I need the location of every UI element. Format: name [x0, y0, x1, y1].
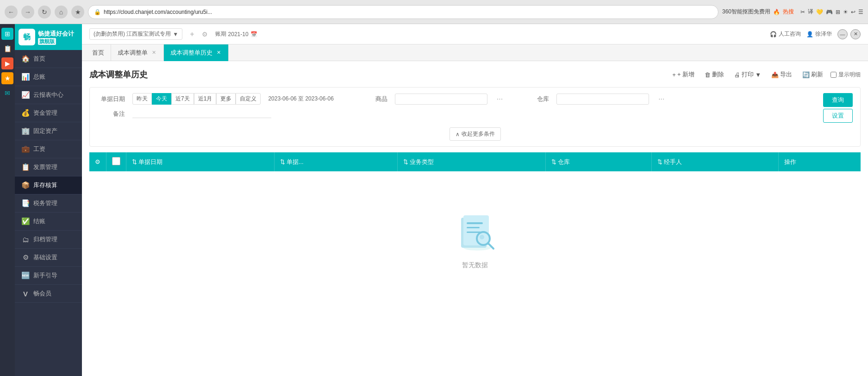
bookmark-button[interactable]: ★ [71, 6, 84, 19]
date-tab-yesterday[interactable]: 昨天 [132, 93, 152, 105]
sidebar-item-ledger[interactable]: 📊 总账 [15, 68, 82, 86]
print-button[interactable]: 🖨 打印 ▼ [731, 69, 764, 81]
date-filter-label: 单据日期 [97, 95, 125, 103]
goods-filter-label: 商品 [360, 95, 387, 103]
export-label: 导出 [780, 70, 792, 79]
invoice-icon: 📋 [21, 163, 30, 171]
th-checkbox[interactable] [106, 152, 126, 171]
collapse-button[interactable]: ∧ 收起更多条件 [450, 127, 501, 141]
sidebar-label-member: 畅会员 [33, 289, 51, 298]
theme-tool[interactable]: ☀ [843, 9, 848, 15]
export-button[interactable]: 📤 导出 [768, 69, 795, 81]
show-cols-checkbox-area[interactable]: 显示明细 [831, 71, 861, 79]
goods-more-button[interactable]: ··· [495, 95, 505, 103]
empty-icon [452, 208, 498, 255]
export-icon: 📤 [771, 71, 779, 78]
sidebar-logo: 畅 畅捷通好会计 旗舰版 [15, 24, 82, 50]
warehouse-filter-input[interactable] [556, 94, 649, 105]
sidebar-item-funds[interactable]: 💰 资金管理 [15, 104, 82, 122]
page-title: 成本调整单历史 [89, 69, 148, 80]
th-handler[interactable]: ⇅ 经手人 [651, 152, 778, 171]
strip-item-4[interactable]: ★ [1, 72, 13, 84]
refresh-browser-button[interactable]: ↻ [38, 6, 51, 19]
tab-cost-adjust-close[interactable]: ✕ [150, 50, 157, 56]
grid-tool[interactable]: ⊞ [836, 9, 840, 15]
sidebar-item-inventory[interactable]: 📦 库存核算 [15, 176, 82, 194]
strip-item-2[interactable]: 📋 [1, 43, 13, 55]
home-browser-button[interactable]: ⌂ [55, 6, 68, 19]
ledger-icon: 📊 [21, 73, 30, 81]
sidebar-item-closing[interactable]: ✅ 结账 [15, 213, 82, 231]
main-content: (勿删勿禁用) 江西服宝测试专用 ▼ + ⚙ 账期 2021-10 📅 🎧 人工… [82, 24, 868, 376]
tab-cost-adjust-history[interactable]: 成本调整单历史 ✕ [164, 44, 229, 61]
date-tab-today[interactable]: 今天 [152, 93, 171, 105]
company-selector[interactable]: (勿删勿禁用) 江西服宝测试专用 ▼ [89, 28, 182, 40]
sidebar-item-member[interactable]: V 畅会员 [15, 285, 82, 303]
sort-icon-biztype: ⇅ [403, 158, 408, 165]
remark-input[interactable] [132, 109, 271, 118]
date-range-display: 2023-06-06 至 2023-06-06 [268, 95, 333, 103]
goods-filter-input[interactable] [395, 94, 487, 105]
tab-cost-adjust[interactable]: 成本调整单 ✕ [111, 44, 164, 61]
service-area[interactable]: 🎧 人工咨询 [770, 30, 801, 38]
set-button[interactable]: 设置 [823, 109, 853, 123]
remark-row: 备注 [97, 109, 823, 118]
add-company-btn[interactable]: + [190, 30, 194, 38]
delete-button[interactable]: 🗑 删除 [702, 69, 727, 81]
strip-item-3[interactable]: ▶ [1, 57, 13, 69]
sort-icon-docno: ⇅ [280, 158, 285, 165]
th-settings[interactable]: ⚙ [89, 152, 106, 171]
sidebar-item-assets[interactable]: 🏢 固定资产 [15, 122, 82, 140]
sidebar-label-inventory: 库存核算 [33, 181, 57, 189]
game-tool[interactable]: 🎮 [826, 9, 833, 15]
sidebar-item-home[interactable]: 🏠 首页 [15, 50, 82, 68]
back-button[interactable]: ← [5, 6, 18, 19]
add-button[interactable]: + + 新增 [669, 69, 697, 81]
period-label: 账期 [215, 30, 226, 38]
sidebar-item-payroll[interactable]: 💼 工资 [15, 140, 82, 158]
sidebar-label-payroll: 工资 [33, 145, 45, 153]
filter-date-row: 单据日期 昨天 今天 近7天 [97, 93, 823, 105]
sidebar-item-tax[interactable]: 📑 税务管理 [15, 194, 82, 213]
date-tab-1month[interactable]: 近1月 [194, 93, 217, 105]
minimize-button[interactable]: — [837, 29, 848, 39]
query-button[interactable]: 查询 [823, 93, 853, 107]
add-label: + 新增 [677, 70, 694, 79]
undo-tool[interactable]: ↩ [851, 9, 856, 15]
strip-item-5[interactable]: ✉ [1, 87, 13, 99]
th-warehouse[interactable]: ⇅ 仓库 [546, 152, 651, 171]
home-icon: 🏠 [21, 55, 30, 63]
warehouse-more-button[interactable]: ··· [656, 95, 666, 103]
translate-tool[interactable]: 译 [808, 8, 813, 16]
sidebar-item-invoice[interactable]: 📋 发票管理 [15, 158, 82, 176]
scissors-tool[interactable]: ✂ [800, 9, 805, 15]
th-biztype[interactable]: ⇅ 业务类型 [398, 152, 546, 171]
sidebar-item-settings[interactable]: ⚙ 基础设置 [15, 249, 82, 267]
tab-cost-adjust-history-close[interactable]: ✕ [215, 50, 222, 56]
date-tab-custom[interactable]: 自定义 [236, 93, 261, 105]
sidebar-item-guide[interactable]: 🆕 新手引导 [15, 267, 82, 285]
sidebar-item-archive[interactable]: 🗂 归档管理 [15, 231, 82, 249]
date-tab-7days[interactable]: 近7天 [171, 93, 194, 105]
wallet-tool[interactable]: 💛 [816, 9, 823, 15]
menu-tool[interactable]: ☰ [858, 9, 863, 15]
header-checkbox[interactable] [112, 157, 120, 165]
strip-item-main[interactable]: ⊞ [1, 28, 13, 40]
svg-rect-2 [463, 215, 489, 245]
tab-home[interactable]: 首页 [86, 44, 111, 61]
close-window-button[interactable]: ✕ [850, 29, 861, 39]
refresh-button[interactable]: 🔄 刷新 [799, 69, 826, 81]
th-date[interactable]: ⇅ 单据日期 [126, 152, 275, 171]
address-bar[interactable]: 🔒 https://cloud.chanjet.com/accounting/u… [88, 5, 718, 19]
sidebar-label-tax: 税务管理 [33, 199, 57, 207]
forward-button[interactable]: → [21, 6, 34, 19]
browser-tools: 360智能抠图免费用 🔥 热搜 ✂ 译 💛 🎮 ⊞ ☀ ↩ ☰ [722, 8, 863, 16]
show-cols-checkbox[interactable] [831, 72, 837, 78]
sidebar: 畅 畅捷通好会计 旗舰版 🏠 首页 📊 总账 📈 云报表中心 💰 资金管理 [15, 24, 82, 376]
sidebar-item-reports[interactable]: 📈 云报表中心 [15, 86, 82, 104]
user-area[interactable]: 👤 徐泽华 [806, 30, 832, 38]
date-tab-more[interactable]: 更多 [216, 93, 236, 105]
th-docno[interactable]: ⇅ 单据... [274, 152, 398, 171]
reports-icon: 📈 [21, 91, 30, 99]
settings-gear-icon[interactable]: ⚙ [202, 31, 208, 38]
